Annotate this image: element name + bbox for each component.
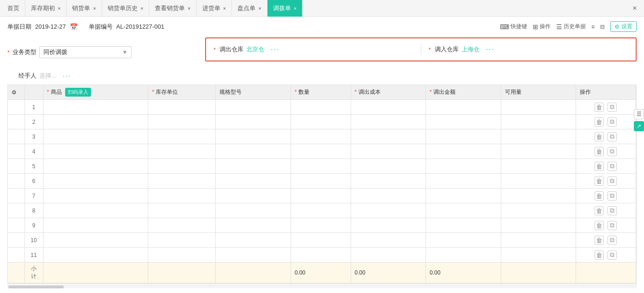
delete-row-button[interactable]: 🗑 [595, 147, 604, 156]
tab-home[interactable]: 首页 [2, 0, 25, 17]
tab-view-sales-close[interactable]: × [188, 6, 190, 11]
handler-more-button[interactable]: ··· [63, 72, 71, 79]
copy-row-button[interactable]: ⧉ [608, 162, 617, 171]
tab-sales-order-label: 销货单 [72, 4, 90, 12]
tab-inventory-init-close[interactable]: × [58, 6, 61, 11]
form-header: 单据日期 2019-12-27 📅 单据编号 AL-20191227-001 ⌨… [7, 21, 637, 32]
settings-cell [8, 100, 24, 115]
copy-row-button[interactable]: ⧉ [608, 221, 617, 230]
col-header-goods: * 商品 扫码录入 [43, 85, 148, 100]
tab-transfer-close[interactable]: × [294, 6, 297, 11]
copy-row-button[interactable]: ⧉ [608, 103, 617, 112]
layout-btn-2[interactable]: ⊟ [600, 24, 605, 30]
row-no: 2 [24, 115, 43, 129]
row-no: 1 [24, 100, 43, 115]
goods-cell[interactable] [43, 100, 148, 115]
warehouse-section: * 调出仓库 北京仓 ··· * 调入仓库 上海仓 ··· [205, 37, 637, 61]
tab-transfer[interactable]: 调拨单 × [267, 0, 303, 17]
business-type-select[interactable]: 同价调拨 ▼ [39, 46, 132, 58]
tab-sales-order-close[interactable]: × [93, 6, 96, 11]
spec-cell[interactable] [216, 100, 291, 115]
delete-row-button[interactable]: 🗑 [595, 177, 604, 186]
amount-cell[interactable] [426, 100, 501, 115]
copy-row-button[interactable]: ⧉ [608, 147, 617, 156]
copy-row-button[interactable]: ⧉ [608, 132, 617, 141]
delete-row-button[interactable]: 🗑 [595, 117, 604, 127]
qty-cell[interactable] [291, 100, 351, 115]
avail-cell [501, 100, 576, 115]
tab-purchase[interactable]: 进货单 × [197, 0, 232, 17]
copy-row-button[interactable]: ⧉ [608, 117, 617, 127]
layout-icon-1: ≡ [591, 24, 595, 30]
toolbar-right: ⌨ 快捷键 ⊞ 操作 ☰ 历史单据 ≡ ⊟ ⚙ 设置 [500, 21, 637, 32]
date-value: 2019-12-27 [35, 23, 66, 30]
subtotal-cost: 0.00 [351, 262, 425, 283]
delete-row-button[interactable]: 🗑 [595, 191, 604, 201]
tab-sales-order[interactable]: 销货单 × [67, 0, 102, 17]
tab-view-sales-label: 查看销货单 [155, 4, 185, 12]
in-warehouse-more-button[interactable]: ··· [486, 45, 495, 54]
layout-btn-1[interactable]: ≡ [591, 24, 595, 30]
tab-sales-history[interactable]: 销货单历史 × [102, 0, 149, 17]
subtotal-row: 小计 0.00 0.00 0.00 [8, 262, 636, 283]
col-header-spec: 规格型号 [216, 85, 291, 100]
sidebar-list-icon-button[interactable]: ☰ [634, 109, 644, 119]
col-qty-label: 数量 [298, 89, 310, 95]
ops-button[interactable]: ⊞ 操作 [533, 23, 551, 31]
warehouse-divider [421, 44, 421, 55]
col-header-settings[interactable]: ⚙ [8, 85, 24, 100]
delete-row-button[interactable]: 🗑 [595, 103, 604, 112]
tab-stocktake[interactable]: 盘点单 × [232, 0, 267, 17]
out-warehouse-label: 调出仓库 [219, 45, 243, 54]
copy-row-button[interactable]: ⧉ [608, 191, 617, 201]
col-header-ops: 操作 [576, 85, 636, 100]
delete-row-button[interactable]: 🗑 [595, 206, 604, 215]
delete-row-button[interactable]: 🗑 [595, 162, 604, 171]
table-header-row: ⚙ * 商品 扫码录入 * 库存单位 规格型号 * 数量 [8, 85, 636, 100]
horizontal-scrollbar[interactable] [7, 285, 637, 288]
shortcut-button[interactable]: ⌨ 快捷键 [500, 23, 527, 31]
warehouse-out-group: * 调出仓库 北京仓 ··· [213, 45, 413, 54]
settings-label: 设置 [621, 23, 632, 31]
doc-info: 单据日期 2019-12-27 📅 单据编号 AL-20191227-001 [7, 23, 164, 31]
close-all-tabs-button[interactable]: × [627, 0, 642, 17]
copy-row-button[interactable]: ⧉ [608, 177, 617, 186]
row-no: 10 [24, 233, 43, 248]
col-header-qty: * 数量 [291, 85, 351, 100]
business-type-field: * 业务类型 同价调拨 ▼ [7, 37, 201, 67]
ops-cell: 🗑⧉ [576, 100, 636, 115]
unit-cell[interactable] [148, 100, 215, 115]
delete-row-button[interactable]: 🗑 [595, 132, 604, 141]
shortcut-label: 快捷键 [510, 23, 527, 31]
tab-stocktake-close[interactable]: × [258, 6, 261, 11]
history-button[interactable]: ☰ 历史单据 [556, 23, 586, 31]
tab-purchase-close[interactable]: × [223, 6, 226, 11]
out-warehouse-more-button[interactable]: ··· [271, 45, 279, 54]
scan-button[interactable]: 扫码录入 [65, 88, 91, 97]
delete-row-button[interactable]: 🗑 [595, 221, 604, 230]
copy-row-button[interactable]: ⧉ [608, 206, 617, 215]
cost-cell[interactable] [351, 100, 425, 115]
data-table-wrapper: ⚙ * 商品 扫码录入 * 库存单位 规格型号 * 数量 [7, 85, 637, 284]
tab-sales-history-label: 销货单历史 [108, 4, 138, 12]
date-label: 单据日期 [7, 23, 31, 31]
copy-row-button[interactable]: ⧉ [608, 250, 617, 260]
handler-select[interactable]: 选择... [39, 72, 56, 80]
row-no: 6 [24, 174, 43, 189]
tab-view-sales[interactable]: 查看销货单 × [149, 0, 196, 17]
scrollbar-thumb[interactable] [8, 286, 64, 288]
doc-number-value: AL-20191227-001 [116, 23, 164, 30]
tab-purchase-label: 进货单 [202, 4, 220, 12]
shortcut-icon: ⌨ [500, 23, 509, 31]
row-no: 9 [24, 218, 43, 233]
subtotal-qty: 0.00 [291, 262, 351, 283]
copy-row-button[interactable]: ⧉ [608, 236, 617, 245]
tab-inventory-init[interactable]: 库存期初 × [25, 0, 67, 17]
sidebar-export-icon-button[interactable]: ↗ [634, 121, 644, 131]
settings-button[interactable]: ⚙ 设置 [610, 21, 637, 32]
calendar-icon[interactable]: 📅 [70, 23, 78, 31]
delete-row-button[interactable]: 🗑 [595, 250, 604, 260]
col-amount-label: 调出金额 [433, 89, 456, 95]
tab-sales-history-close[interactable]: × [140, 6, 143, 11]
delete-row-button[interactable]: 🗑 [595, 236, 604, 245]
